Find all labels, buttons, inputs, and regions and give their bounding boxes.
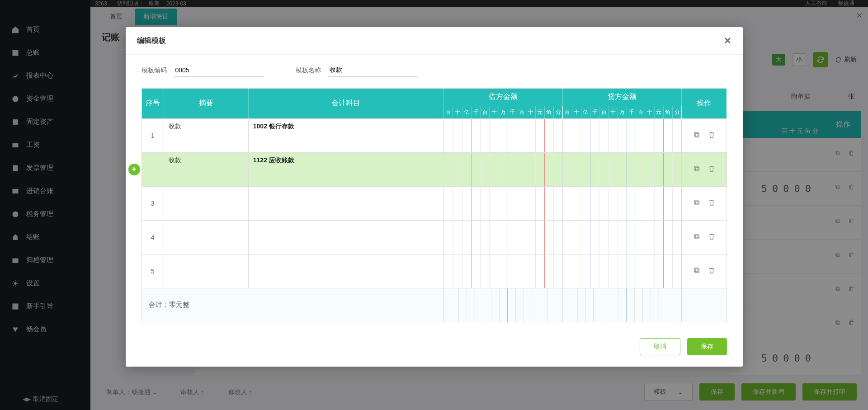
- digit-unit: 元: [535, 106, 544, 118]
- template-name-label: 模板名称: [296, 66, 321, 75]
- summary-cell[interactable]: [164, 220, 248, 254]
- modal-overlay: 编辑模板 ✕ 模板编码 模板名称 序号 摘要 会计科目: [0, 0, 868, 410]
- col-summary: 摘要: [164, 89, 248, 119]
- digit-unit: 万: [618, 106, 627, 118]
- digit-unit: 十: [608, 106, 617, 118]
- template-row[interactable]: 3: [142, 186, 726, 220]
- digit-unit: 亿: [462, 106, 471, 118]
- credit-digits: 百十亿千百十万千百十元角分: [563, 106, 682, 119]
- add-row-button[interactable]: +: [128, 164, 140, 175]
- ops-cell: [682, 220, 726, 254]
- template-code-label: 模板编码: [142, 66, 167, 75]
- account-cell[interactable]: 1122 应收账款: [248, 152, 443, 186]
- account-cell[interactable]: [248, 220, 443, 254]
- debit-cell[interactable]: [444, 254, 563, 288]
- delete-row-button[interactable]: [708, 232, 716, 242]
- template-name-group: 模板名称: [296, 64, 418, 77]
- ops-cell: [682, 118, 726, 152]
- total-ops-cell: [682, 288, 726, 322]
- col-debit: 借方金额: [444, 89, 563, 106]
- credit-cell[interactable]: [563, 186, 682, 220]
- total-credit-cell: [563, 288, 682, 322]
- credit-cell[interactable]: [563, 152, 682, 186]
- template-row[interactable]: 1收款1002 银行存款: [142, 118, 726, 152]
- col-credit: 贷方金额: [563, 89, 682, 106]
- digit-unit: 十: [489, 106, 498, 118]
- delete-row-button[interactable]: [708, 131, 716, 140]
- digit-unit: 百: [636, 106, 645, 118]
- copy-row-button[interactable]: [693, 131, 701, 140]
- digit-unit: 千: [471, 106, 480, 118]
- total-value: 零元整: [169, 301, 189, 308]
- modal-close-button[interactable]: ✕: [724, 35, 731, 46]
- digit-unit: 角: [663, 106, 672, 118]
- digit-unit: 百: [480, 106, 489, 118]
- svg-rect-14: [694, 166, 698, 170]
- summary-cell[interactable]: [164, 254, 248, 288]
- ops-cell: [682, 254, 726, 288]
- summary-cell[interactable]: 收款: [164, 152, 248, 186]
- digit-unit: 角: [544, 106, 553, 118]
- delete-row-button[interactable]: [708, 165, 716, 174]
- cancel-button[interactable]: 取消: [640, 338, 680, 355]
- template-code-group: 模板编码: [142, 64, 264, 77]
- col-seq: 序号: [142, 89, 164, 119]
- svg-rect-19: [695, 269, 699, 273]
- modal-header: 编辑模板 ✕: [126, 27, 743, 55]
- debit-cell[interactable]: [444, 220, 563, 254]
- digit-unit: 千: [508, 106, 517, 118]
- delete-row-button[interactable]: [708, 198, 716, 208]
- digit-unit: 千: [627, 106, 636, 118]
- svg-rect-17: [695, 235, 699, 239]
- total-debit-cell: [444, 288, 563, 322]
- template-code-input[interactable]: [174, 64, 264, 77]
- digit-unit: 分: [672, 106, 681, 118]
- modal-footer: 取消 保存: [126, 331, 743, 367]
- form-row: 模板编码 模板名称: [142, 64, 727, 77]
- digit-unit: 元: [654, 106, 663, 118]
- svg-rect-13: [695, 167, 699, 171]
- digit-unit: 千: [590, 106, 599, 118]
- ops-cell: [682, 152, 726, 186]
- copy-row-button[interactable]: [693, 232, 701, 242]
- digit-unit: 百: [444, 106, 453, 118]
- debit-cell[interactable]: [444, 152, 563, 186]
- template-row[interactable]: +收款1122 应收账款: [142, 152, 726, 186]
- modal-title: 编辑模板: [137, 36, 166, 46]
- edit-template-modal: 编辑模板 ✕ 模板编码 模板名称 序号 摘要 会计科目: [126, 27, 743, 367]
- summary-cell[interactable]: 收款: [164, 118, 248, 152]
- debit-cell[interactable]: [444, 186, 563, 220]
- svg-rect-11: [695, 133, 699, 137]
- account-cell[interactable]: [248, 254, 443, 288]
- copy-row-button[interactable]: [693, 266, 701, 276]
- total-label: 合计：: [149, 301, 169, 308]
- digit-unit: 十: [645, 106, 654, 118]
- save-button[interactable]: 保存: [687, 338, 727, 355]
- summary-cell[interactable]: [164, 186, 248, 220]
- delete-row-button[interactable]: [708, 266, 716, 276]
- digit-unit: 百: [563, 106, 571, 118]
- svg-rect-12: [694, 132, 698, 136]
- total-label-cell: 合计：零元整: [142, 288, 444, 322]
- template-name-input[interactable]: [328, 64, 418, 77]
- digit-unit: 百: [599, 106, 608, 118]
- seq-cell: 4: [142, 220, 164, 254]
- account-cell[interactable]: 1002 银行存款: [248, 118, 443, 152]
- col-account: 会计科目: [248, 89, 443, 119]
- copy-row-button[interactable]: [693, 198, 701, 208]
- digit-unit: 万: [499, 106, 508, 118]
- digit-unit: 百: [517, 106, 526, 118]
- svg-rect-18: [694, 234, 698, 238]
- template-row[interactable]: 4: [142, 220, 726, 254]
- credit-cell[interactable]: [563, 118, 682, 152]
- copy-row-button[interactable]: [693, 165, 701, 174]
- credit-cell[interactable]: [563, 220, 682, 254]
- col-ops: 操作: [682, 89, 726, 119]
- credit-cell[interactable]: [563, 254, 682, 288]
- seq-cell: 3: [142, 186, 164, 220]
- debit-cell[interactable]: [444, 118, 563, 152]
- account-cell[interactable]: [248, 186, 443, 220]
- template-table: 序号 摘要 会计科目 借方金额 贷方金额 操作 百十亿千百十万千百十元角分 百十…: [142, 88, 727, 322]
- seq-cell: +: [142, 152, 164, 186]
- template-row[interactable]: 5: [142, 254, 726, 288]
